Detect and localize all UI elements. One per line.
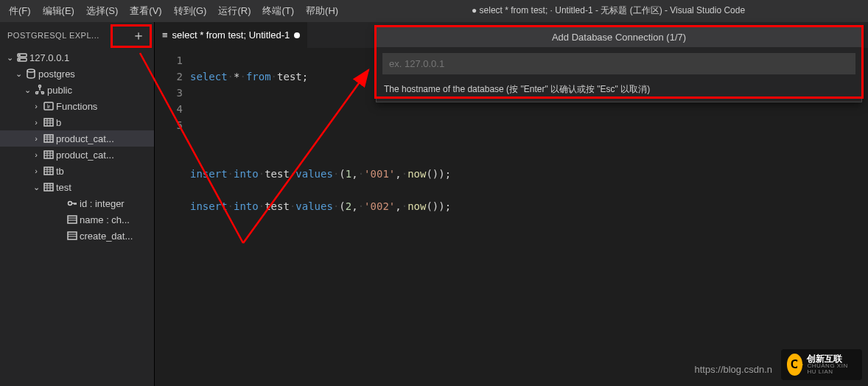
tree-item-label: test — [56, 182, 71, 193]
logo-text-en: CHUANG XIN HU LIAN — [807, 363, 856, 375]
tree-item-product-cat---[interactable]: ›product_cat... — [0, 147, 154, 163]
hostname-input[interactable] — [382, 53, 855, 74]
svg-point-2 — [19, 55, 20, 56]
tree-item-b[interactable]: ›b — [0, 114, 154, 130]
menu-selection[interactable]: 选择(S) — [80, 4, 124, 18]
svg-rect-12 — [44, 167, 53, 175]
add-connection-button[interactable]: ＋ — [130, 27, 147, 43]
svg-rect-15 — [68, 216, 77, 223]
tree-item-label: create_dat... — [80, 231, 133, 242]
key-icon — [65, 197, 80, 210]
file-icon: ≡ — [162, 29, 168, 41]
server-icon — [15, 52, 29, 64]
menu-edit[interactable]: 编辑(E) — [37, 4, 80, 18]
chevron-right-icon[interactable]: › — [31, 134, 41, 143]
chevron-down-icon[interactable]: ⌄ — [13, 69, 24, 79]
table-icon — [41, 149, 56, 161]
sidebar-header: POSTGRESQL EXPL... ＋ — [0, 22, 154, 48]
table-icon — [41, 165, 56, 178]
svg-rect-9 — [44, 119, 53, 126]
func-icon — [41, 100, 56, 113]
tree-item-label: name : ch... — [80, 214, 130, 225]
window-title: ● select * from test; · Untitled-1 - 无标题… — [472, 4, 745, 17]
tree-item-label: postgres — [38, 69, 75, 80]
watermark-logo: C 创新互联 CHUANG XIN HU LIAN — [781, 349, 862, 380]
svg-point-14 — [69, 202, 72, 206]
chevron-right-icon[interactable]: › — [31, 150, 41, 159]
tree-item-label: b — [56, 117, 61, 128]
tab-label: select * from test; Untitled-1 — [172, 29, 290, 41]
svg-point-3 — [19, 60, 20, 60]
menu-terminal[interactable]: 终端(T) — [256, 4, 300, 18]
table-icon — [41, 133, 56, 145]
add-connection-dialog: Add Database Connection (1/7) The hostna… — [376, 27, 862, 102]
dialog-title: Add Database Connection (1/7) — [377, 27, 861, 47]
menu-view[interactable]: 查看(V) — [124, 4, 167, 18]
menu-go[interactable]: 转到(G) — [168, 4, 213, 18]
tree-item-create-dat---[interactable]: create_dat... — [0, 228, 154, 244]
chevron-right-icon[interactable]: › — [31, 166, 41, 175]
tree-item-label: 127.0.0.1 — [29, 52, 69, 63]
svg-point-5 — [39, 85, 41, 88]
svg-rect-11 — [44, 151, 53, 158]
dialog-hint: The hostname of the database (按 "Enter" … — [377, 80, 861, 102]
chevron-down-icon[interactable]: ⌄ — [4, 53, 15, 63]
tree-item-label: Functions — [56, 101, 97, 112]
table-icon — [41, 181, 56, 194]
chevron-down-icon[interactable]: ⌄ — [31, 183, 41, 192]
tree-item-127-0-0-1[interactable]: ⌄127.0.0.1 — [0, 49, 154, 66]
menu-file[interactable]: 件(F) — [3, 4, 37, 18]
column-icon — [65, 230, 80, 242]
svg-rect-10 — [44, 135, 53, 142]
sidebar-title: POSTGRESQL EXPL... — [7, 31, 99, 40]
tree-item-test[interactable]: ⌄test — [0, 179, 154, 195]
column-icon — [65, 214, 80, 226]
tree-item-name---ch---[interactable]: name : ch... — [0, 211, 154, 228]
svg-rect-13 — [44, 183, 53, 191]
table-icon — [41, 116, 56, 129]
tree-item-label: tb — [56, 166, 64, 177]
tree-item-product-cat---[interactable]: ›product_cat... — [0, 130, 154, 147]
chevron-right-icon[interactable]: › — [31, 118, 41, 127]
tree-item-label: product_cat... — [56, 150, 114, 161]
tree-item-postgres[interactable]: ⌄postgres — [0, 66, 154, 82]
tree-item-public[interactable]: ⌄public — [0, 82, 154, 98]
tab-untitled[interactable]: ≡ select * from test; Untitled-1 — [155, 22, 308, 48]
tree-item-tb[interactable]: ›tb — [0, 163, 154, 179]
menu-help[interactable]: 帮助(H) — [300, 4, 344, 18]
dirty-indicator-icon — [294, 32, 300, 38]
chevron-down-icon[interactable]: ⌄ — [22, 85, 32, 95]
plus-icon: ＋ — [132, 27, 146, 44]
tree-view: ⌄127.0.0.1⌄postgres⌄public›Functions›b›p… — [0, 48, 154, 386]
tree-item-label: id : integer — [80, 198, 125, 209]
logo-icon: C — [787, 354, 802, 376]
line-gutter: 1 2 3 4 5 — [155, 48, 190, 386]
tree-item-id---integer[interactable]: id : integer — [0, 195, 154, 211]
tree-item-label: public — [47, 85, 72, 96]
tree-item-functions[interactable]: ›Functions — [0, 98, 154, 114]
menu-run[interactable]: 运行(R) — [212, 4, 256, 18]
tree-item-label: product_cat... — [56, 133, 114, 144]
watermark-url: https://blog.csdn.n — [694, 364, 772, 375]
svg-point-4 — [27, 69, 35, 72]
sidebar-explorer: POSTGRESQL EXPL... ＋ ⌄127.0.0.1⌄postgres… — [0, 22, 155, 386]
chevron-right-icon[interactable]: › — [31, 102, 41, 110]
schema-icon — [32, 84, 47, 96]
database-icon — [24, 68, 38, 80]
svg-rect-16 — [68, 232, 77, 239]
